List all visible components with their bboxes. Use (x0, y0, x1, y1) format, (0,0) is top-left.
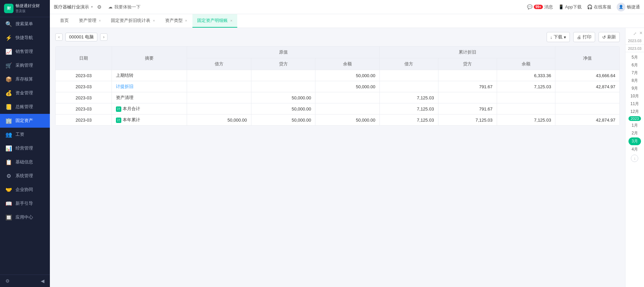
tab-label-depreciation-stats: 固定资产折旧统计表 (111, 18, 150, 24)
tab-close-asset-mgmt[interactable]: × (99, 19, 101, 23)
basic-info-icon: 📋 (5, 159, 12, 165)
timeline-month-4月[interactable]: 4月 (628, 146, 641, 153)
tab-close-asset-type[interactable]: × (185, 19, 187, 23)
refresh-label: 刷新 (607, 34, 616, 40)
experience-btn[interactable]: ☁ 我要体验一下 (108, 4, 141, 10)
download-icon: ↓ (550, 35, 553, 40)
sidebar-item-search[interactable]: 🔍 搜索菜单 (0, 17, 50, 31)
payroll-icon: 👥 (5, 131, 12, 138)
app-center-label: 应用中心 (16, 214, 33, 220)
refresh-btn[interactable]: ↺ 刷新 (599, 32, 620, 42)
app-download-btn[interactable]: 📱 App下载 (558, 4, 582, 10)
sidebar-item-system[interactable]: ⚙ 系统管理 (0, 169, 50, 183)
sidebar-item-cooperation[interactable]: 🤝 企业协同 (0, 183, 50, 197)
download-chevron-icon: ▾ (564, 35, 566, 40)
timeline-scroll-btn[interactable]: ↓ (631, 155, 638, 162)
timeline-expand-btn[interactable]: ⤢ (633, 31, 637, 36)
asset-prev-btn[interactable]: ‹ (55, 33, 63, 41)
tab-label-asset-type: 资产类型 (165, 18, 183, 24)
cell-net-value: 42,874.97 (555, 115, 620, 126)
tab-close-depreciation-stats[interactable]: × (153, 19, 155, 23)
cell-orig-credit: 50,000.00 (251, 103, 315, 115)
search-label: 搜索菜单 (16, 21, 33, 27)
sidebar-item-guide[interactable]: 📖 新手引导 (0, 197, 50, 211)
timeline-month-9月[interactable]: 9月 (628, 85, 641, 92)
timeline-month-5月[interactable]: 5月 (628, 54, 641, 61)
app-center-icon: 🔲 (5, 214, 12, 221)
cooperation-label: 企业协同 (16, 187, 33, 193)
summary-text: 计提折旧 (116, 84, 133, 89)
asset-next-btn[interactable]: › (100, 33, 108, 41)
cell-acc-debit: 7,125.03 (379, 92, 438, 103)
col-acc-balance: 余额 (497, 58, 555, 70)
sidebar-item-operations[interactable]: 📊 经营管理 (0, 141, 50, 155)
sidebar-item-fixed-assets[interactable]: 🏢 固定资产 (0, 114, 50, 128)
sidebar-item-capital[interactable]: 💰 资金管理 (0, 86, 50, 100)
avatar: 👤 (617, 3, 625, 11)
timeline-month-8月[interactable]: 8月 (628, 77, 641, 85)
asset-table: 日期 摘要 原值 累计折旧 净值 借方 贷方 余额 借方 贷方 余额 (55, 46, 620, 126)
collapse-icon[interactable]: ◀ (41, 278, 44, 284)
inventory-icon: 📦 (5, 76, 12, 83)
settings-icon[interactable]: ⚙ (5, 278, 10, 284)
timeline-month-10月[interactable]: 10月 (628, 92, 641, 100)
sidebar-item-purchase[interactable]: 🛒 采购管理 (0, 59, 50, 72)
messages-btn[interactable]: 💬 99+ 消息 (527, 4, 553, 10)
timeline-month-7月[interactable]: 7月 (628, 69, 641, 77)
sidebar-item-basic-info[interactable]: 📋 基础信息 (0, 155, 50, 169)
cell-acc-credit (438, 70, 497, 81)
cell-date: 2023-03 (56, 70, 112, 81)
user-label: 畅捷通 (627, 4, 640, 10)
sidebar-item-quick-nav[interactable]: ⚡ 快捷导航 (0, 31, 50, 45)
company-selector[interactable]: 医疗器械行业演示 ▾ (54, 4, 93, 10)
sidebar-item-app-center[interactable]: 🔲 应用中心 (0, 211, 50, 224)
timeline-month-6月[interactable]: 6月 (628, 61, 641, 69)
tab-close-asset-detail[interactable]: × (230, 19, 232, 23)
timeline-year-badge[interactable]: 2023 (628, 116, 641, 121)
topbar-settings-icon[interactable]: ⚙ (97, 4, 101, 10)
timeline-month-1月[interactable]: 1月 (628, 122, 641, 129)
sidebar-item-ledger[interactable]: 📒 总账管理 (0, 100, 50, 114)
print-btn[interactable]: 🖨 打印 (573, 32, 595, 42)
user-btn[interactable]: 👤 畅捷通 (617, 3, 640, 11)
timeline-month-3月[interactable]: 3月 (628, 137, 641, 145)
search-icon: 🔍 (5, 21, 12, 27)
cell-orig-balance: 50,000.00 (315, 115, 380, 126)
cell-summary: 计本年累计 (112, 115, 187, 126)
tab-asset-detail[interactable]: 固定资产明细账× (192, 14, 237, 28)
table-row: 2023-03 计本年累计 50,000.00 50,000.00 50,000… (56, 115, 620, 126)
cell-net-value (555, 103, 620, 115)
system-label: 系统管理 (16, 173, 33, 179)
ledger-label: 总账管理 (16, 104, 33, 110)
tab-home[interactable]: 首页 (55, 14, 73, 28)
cell-acc-balance (497, 103, 555, 115)
total-icon: 计 (116, 106, 121, 112)
tabs-bar: 首页资产管理×固定资产折旧统计表×资产类型×固定资产明细账× (50, 14, 644, 28)
sidebar-item-sales[interactable]: 📈 销售管理 (0, 45, 50, 59)
col-net-value: 净值 (555, 46, 620, 70)
download-btn[interactable]: ↓ 下载 ▾ (547, 32, 570, 42)
sidebar-item-payroll[interactable]: 👥 工资 (0, 128, 50, 141)
tab-asset-mgmt[interactable]: 资产管理× (74, 14, 105, 28)
messages-badge: 99+ (534, 5, 543, 9)
tab-asset-type[interactable]: 资产类型× (160, 14, 192, 28)
quick-nav-icon: ⚡ (5, 35, 12, 41)
timeline-content: 5月6月7月8月9月10月11月12月20231月2月3月4月↓ (628, 54, 641, 163)
cell-summary: 计提折旧 (112, 81, 187, 92)
content-area: ‹ 000001 电脑 › ↓ 下载 ▾ 🖨 打印 ↺ 刷新 (50, 28, 644, 287)
cell-date: 2023-03 (56, 103, 112, 115)
col-orig-credit: 贷方 (251, 58, 315, 70)
cell-acc-debit: 7,125.03 (379, 115, 438, 126)
timeline-close-btn[interactable]: ✕ (639, 31, 643, 35)
col-acc-debit: 借方 (379, 58, 438, 70)
timeline-month-11月[interactable]: 11月 (628, 100, 641, 108)
cell-orig-balance: 50,000.00 (315, 70, 380, 81)
cell-orig-debit: 50,000.00 (187, 115, 251, 126)
online-service-btn[interactable]: 🎧 在线客服 (587, 4, 611, 10)
capital-icon: 💰 (5, 90, 12, 96)
fixed-assets-icon: 🏢 (5, 118, 12, 124)
tab-depreciation-stats[interactable]: 固定资产折旧统计表× (106, 14, 159, 28)
timeline-month-12月[interactable]: 12月 (628, 108, 641, 116)
timeline-month-2月[interactable]: 2月 (628, 129, 641, 137)
sidebar-item-inventory[interactable]: 📦 库存核算 (0, 72, 50, 86)
